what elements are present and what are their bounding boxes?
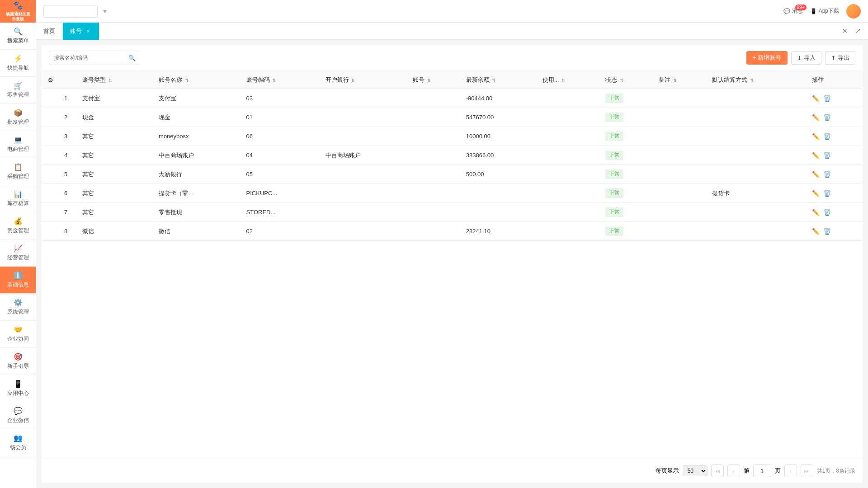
sidebar-item-purchase[interactable]: 📋 采购管理: [0, 158, 36, 185]
header-dropdown-icon[interactable]: ▾: [103, 7, 107, 15]
page-size-select[interactable]: 50 100 200: [683, 465, 708, 476]
toolbar: 🔍 + 新增账号 ⬇ 导入 ⬆ 导出: [42, 45, 863, 71]
sidebar-item-new-guide[interactable]: 🎯 新手引导: [0, 348, 36, 375]
table-container: ⚙ 账号类型 ⇅ 账号名称 ⇅ 账号编码 ⇅ 开户银行 ⇅ 账号 ⇅ 最新余额 …: [42, 71, 863, 459]
import-icon: ⬇: [797, 55, 802, 61]
sidebar-icon-retail: 🛒: [14, 81, 23, 90]
next-page-btn[interactable]: ›: [784, 465, 797, 477]
tab-close-icon[interactable]: ×: [85, 28, 92, 35]
last-page-btn[interactable]: ⏭: [801, 465, 813, 477]
sidebar-item-member[interactable]: 👥 畅会员: [0, 429, 36, 456]
table-row: 7 其它 零售抵现 STORED... 正常 ✏️ 🗑️: [42, 203, 863, 222]
row-type: 现金: [78, 108, 154, 127]
row-bank: [321, 203, 409, 222]
col-balance[interactable]: 最新余额 ⇅: [462, 71, 538, 89]
message-button[interactable]: 💬 消息 99+: [783, 7, 803, 15]
row-balance: [462, 203, 538, 222]
col-default-payment[interactable]: 默认结算方式 ⇅: [708, 71, 807, 89]
edit-btn[interactable]: ✏️: [812, 228, 820, 235]
col-usage[interactable]: 使用... ⇅: [538, 71, 601, 89]
row-settings: [42, 146, 60, 165]
sidebar-item-enterprise-wechat[interactable]: 💬 企业微信: [0, 402, 36, 429]
col-status[interactable]: 状态 ⇅: [601, 71, 654, 89]
row-index: 4: [60, 146, 78, 165]
edit-btn[interactable]: ✏️: [812, 171, 820, 178]
col-bank[interactable]: 开户银行 ⇅: [321, 71, 409, 89]
sidebar-item-quick-nav[interactable]: ⚡ 快捷导航: [0, 50, 36, 77]
app-download-button[interactable]: 📱 App下载: [810, 7, 839, 15]
sidebar: 🐾 畅捷通财生意 乐意版 🔍 搜索菜单 ⚡ 快捷导航 🛒 零售管理 📦 批发管理…: [0, 0, 36, 488]
edit-btn[interactable]: ✏️: [812, 95, 820, 102]
row-balance: -90444.00: [462, 89, 538, 108]
row-status: 正常: [601, 165, 654, 184]
prev-page-btn[interactable]: ‹: [727, 465, 740, 477]
sidebar-item-ecommerce[interactable]: 💻 电商管理: [0, 131, 36, 158]
delete-btn[interactable]: 🗑️: [823, 190, 831, 197]
sidebar-label-wholesale: 批发管理: [7, 118, 29, 126]
col-remark[interactable]: 备注 ⇅: [654, 71, 708, 89]
delete-btn[interactable]: 🗑️: [823, 209, 831, 216]
header-search-input[interactable]: [43, 5, 98, 18]
row-name: 现金: [154, 108, 242, 127]
table-search-icon[interactable]: 🔍: [128, 55, 136, 61]
edit-btn[interactable]: ✏️: [812, 190, 820, 197]
row-usage: [538, 108, 601, 127]
delete-btn[interactable]: 🗑️: [823, 114, 831, 121]
sidebar-icon-operations: 📈: [14, 244, 23, 253]
export-button[interactable]: ⬆ 导出: [825, 51, 855, 65]
row-remark: [654, 203, 708, 222]
row-status: 正常: [601, 127, 654, 146]
edit-btn[interactable]: ✏️: [812, 114, 820, 121]
col-name[interactable]: 账号名称 ⇅: [154, 71, 242, 89]
row-index: 6: [60, 184, 78, 203]
tab-expand-icon[interactable]: ⤢: [853, 25, 863, 37]
sidebar-item-finance[interactable]: 💰 资金管理: [0, 212, 36, 239]
app-logo: 🐾 畅捷通财生意 乐意版: [0, 0, 36, 23]
sidebar-item-operations[interactable]: 📈 经营管理: [0, 239, 36, 267]
edit-btn[interactable]: ✏️: [812, 209, 820, 216]
table-search-input[interactable]: [49, 51, 139, 65]
add-account-button[interactable]: + 新增账号: [746, 51, 788, 65]
sidebar-item-app-center[interactable]: 📱 应用中心: [0, 375, 36, 402]
tab-account[interactable]: 账号 ×: [63, 23, 99, 40]
row-status: 正常: [601, 108, 654, 127]
sidebar-item-system[interactable]: ⚙️ 系统管理: [0, 294, 36, 321]
import-button[interactable]: ⬇ 导入: [791, 51, 821, 65]
edit-btn[interactable]: ✏️: [812, 152, 820, 159]
user-avatar[interactable]: [846, 4, 861, 19]
col-account[interactable]: 账号 ⇅: [408, 71, 462, 89]
edit-btn[interactable]: ✏️: [812, 133, 820, 140]
col-code[interactable]: 账号编码 ⇅: [242, 71, 321, 89]
sidebar-item-wholesale[interactable]: 📦 批发管理: [0, 104, 36, 131]
col-settings[interactable]: ⚙: [42, 71, 60, 89]
row-remark: [654, 127, 708, 146]
row-remark: [654, 165, 708, 184]
page-input[interactable]: [753, 465, 771, 477]
logo-icon: 🐾: [13, 1, 23, 11]
sidebar-label-member: 畅会员: [10, 444, 26, 451]
first-page-btn[interactable]: ⏮: [711, 465, 724, 477]
sidebar-item-basic-info[interactable]: ℹ️ 基础信息: [0, 267, 36, 294]
col-type[interactable]: 账号类型 ⇅: [78, 71, 154, 89]
status-badge: 正常: [605, 150, 623, 160]
tab-close-window-icon[interactable]: ✕: [840, 25, 849, 37]
row-status: 正常: [601, 222, 654, 241]
delete-btn[interactable]: 🗑️: [823, 152, 831, 159]
sidebar-item-enterprise-agreement[interactable]: 🤝 企业协同: [0, 321, 36, 348]
sidebar-item-retail[interactable]: 🛒 零售管理: [0, 77, 36, 104]
row-actions: ✏️ 🗑️: [807, 146, 863, 165]
sidebar-item-search-menu[interactable]: 🔍 搜索菜单: [0, 23, 36, 50]
sidebar-item-inventory[interactable]: 📊 库存核算: [0, 185, 36, 212]
row-default-payment: [708, 127, 807, 146]
sidebar-label-enterprise-wechat: 企业微信: [7, 417, 29, 424]
sidebar-label-retail: 零售管理: [7, 91, 29, 99]
row-settings: [42, 165, 60, 184]
status-badge: 正常: [605, 94, 623, 103]
status-badge: 正常: [605, 226, 623, 236]
tab-home[interactable]: 首页: [36, 23, 63, 40]
row-usage: [538, 165, 601, 184]
delete-btn[interactable]: 🗑️: [823, 95, 831, 102]
delete-btn[interactable]: 🗑️: [823, 133, 831, 140]
delete-btn[interactable]: 🗑️: [823, 228, 831, 235]
delete-btn[interactable]: 🗑️: [823, 171, 831, 178]
